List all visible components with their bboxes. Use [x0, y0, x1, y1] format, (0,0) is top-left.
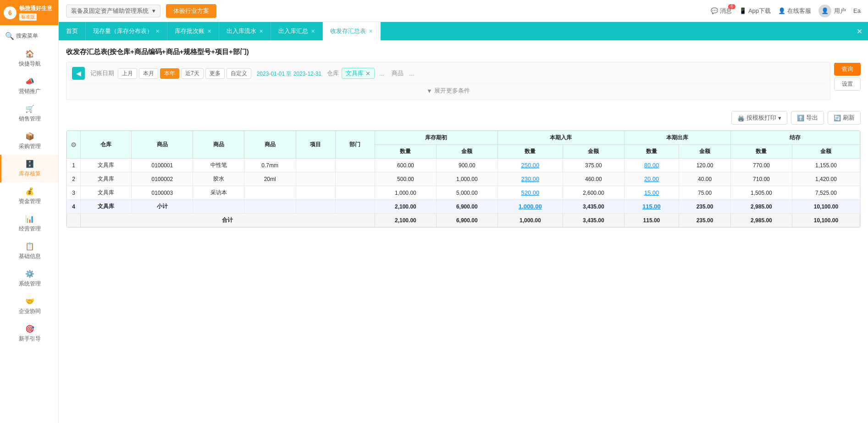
expand-more-button[interactable]: ▼ 展开更多条件: [426, 87, 470, 95]
tab-inout-flow-close[interactable]: ✕: [259, 28, 263, 34]
row3-in-qty-link[interactable]: 520.00: [521, 189, 539, 196]
settings-button[interactable]: 设置: [834, 77, 861, 91]
column-settings-icon[interactable]: ⚙: [71, 141, 77, 148]
tab-batch[interactable]: 库存批次账 ✕: [167, 22, 219, 40]
th-warehouse: 仓库: [81, 131, 132, 159]
logo-text: 畅捷通好生意 标准版: [19, 5, 52, 21]
row2-out-qty-link[interactable]: 20.00: [644, 176, 659, 182]
data-table-container: ⚙ 仓库 商品 商品 商品 项目 部门 库存期初 本期入库 本期出库 结存: [66, 130, 861, 228]
gear-header: ⚙: [67, 131, 81, 159]
print-label: 按模板打印: [746, 114, 776, 122]
filter-bar: ◀ 记账日期 上月 本月 本年 近7天 更多 自定义 2023-01-01 至: [66, 62, 830, 100]
tab-receive-summary-close[interactable]: ✕: [369, 28, 373, 34]
sidebar-item-basic[interactable]: 📋 基础信息: [0, 237, 58, 265]
tab-batch-close[interactable]: ✕: [207, 28, 211, 34]
date-btn-this-month[interactable]: 本月: [139, 68, 158, 79]
export-button[interactable]: ⬆️ 导出: [791, 111, 824, 125]
date-btn-this-year[interactable]: 本年: [160, 68, 179, 79]
tab-stock-dist-close[interactable]: ✕: [155, 28, 160, 34]
refresh-button[interactable]: 🔄 刷新: [828, 111, 861, 125]
row1-code: 0100001: [132, 159, 193, 172]
footer-out-amt: 235.00: [679, 214, 731, 227]
row1-bal-amt: 1,155.00: [792, 159, 860, 172]
subtotal-in-amt: 3,435.00: [563, 200, 624, 214]
tab-receive-summary-label: 收发存汇总表: [330, 27, 366, 35]
row2-project: [296, 172, 335, 186]
sidebar-item-inventory[interactable]: 🗄️ 库存核算: [0, 155, 58, 182]
date-btn-7days[interactable]: 近7天: [181, 68, 204, 79]
tab-inout-summary[interactable]: 出入库汇总 ✕: [271, 22, 323, 40]
query-button[interactable]: 查询: [834, 63, 861, 76]
warehouse-label: 仓库: [327, 69, 339, 77]
row2-in-qty-link[interactable]: 230.00: [521, 176, 539, 182]
product-dots[interactable]: ...: [409, 70, 414, 77]
tab-inout-summary-close[interactable]: ✕: [311, 28, 315, 34]
sidebar-item-operations[interactable]: 📊 经营管理: [0, 210, 58, 237]
user-menu[interactable]: 👤 用户: [818, 5, 846, 17]
sidebar-item-sales[interactable]: 🛒 销售管理: [0, 100, 58, 127]
th-project: 项目: [296, 131, 335, 159]
home-icon: 🏠: [25, 49, 34, 58]
footer-bal-qty: 2,985.00: [730, 214, 792, 227]
date-btn-more[interactable]: 更多: [205, 68, 225, 79]
online-service-button[interactable]: 👤 在线客服: [778, 7, 811, 15]
subtotal-out-qty-link[interactable]: 115.00: [642, 203, 661, 210]
data-table: ⚙ 仓库 商品 商品 商品 项目 部门 库存期初 本期入库 本期出库 结存: [66, 131, 860, 227]
tab-home[interactable]: 首页: [59, 22, 86, 40]
date-btn-custom[interactable]: 自定义: [227, 68, 251, 79]
row1-out-qty: 80.00: [624, 159, 679, 172]
app-download-button[interactable]: 📱 App下载: [739, 7, 771, 15]
row1-spec: 0.7mm: [244, 159, 296, 172]
sidebar-item-purchase[interactable]: 📦 采购管理: [0, 127, 58, 155]
row1-in-qty-link[interactable]: 250.00: [521, 162, 539, 169]
subtotal-warehouse: 文具库: [81, 200, 132, 214]
message-icon: 💬: [711, 7, 718, 14]
row1-out-qty-link[interactable]: 80.00: [644, 162, 659, 169]
system-select[interactable]: 装备及固定资产辅助管理系统 ▾: [66, 5, 160, 17]
sidebar-item-guide[interactable]: 🎯 新手引导: [0, 320, 58, 347]
row3-open-qty: 1,000.00: [375, 186, 436, 200]
finance-icon: 💰: [25, 187, 34, 196]
row2-open-amt: 1,000.00: [436, 172, 498, 186]
row1-no: 1: [67, 159, 81, 172]
row2-bal-amt: 1,420.00: [792, 172, 860, 186]
sidebar-item-finance[interactable]: 💰 资金管理: [0, 182, 58, 210]
message-button[interactable]: 💬 消息 6: [711, 7, 732, 15]
sidebar-item-enterprise[interactable]: 🤝 企业协同: [0, 292, 58, 320]
sidebar-item-search[interactable]: 🔍 搜索菜单: [0, 27, 58, 45]
sidebar-tag: 标准版: [19, 13, 37, 21]
subtotal-label: 小计: [132, 200, 193, 214]
filter-collapse-button[interactable]: ◀: [72, 67, 85, 80]
sidebar-nav: 🔍 搜索菜单 🏠 快捷导航 📣 营销推广 🛒 销售管理 📦 采购管理 🗄️ 库存…: [0, 25, 58, 423]
warehouse-tag-close[interactable]: ✕: [365, 70, 370, 77]
sidebar-logo: 6 畅捷通好生意 标准版: [0, 0, 58, 25]
page-title: 收发存汇总表(按仓库+商品编码+商品+规格型号+项目+部门): [66, 48, 861, 56]
footer-label: 合计: [81, 214, 375, 227]
row1-dept: [335, 159, 375, 172]
product-filter-section: 商品 ...: [392, 69, 416, 77]
tab-stock-dist[interactable]: 现存量（库存分布表） ✕: [86, 22, 167, 40]
subtotal-in-qty-link[interactable]: 1,000.00: [519, 203, 542, 210]
date-btn-last-month[interactable]: 上月: [118, 68, 137, 79]
sidebar-item-marketing[interactable]: 📣 营销推广: [0, 72, 58, 100]
sidebar-item-system[interactable]: ⚙️ 系统管理: [0, 265, 58, 292]
print-icon: 🖨️: [737, 115, 745, 121]
tabbar-close-all[interactable]: ✕: [851, 22, 868, 40]
tab-inout-flow[interactable]: 出入库流水 ✕: [219, 22, 271, 40]
print-button[interactable]: 🖨️ 按模板打印 ▾: [731, 111, 787, 125]
system-name: 装备及固定资产辅助管理系统: [71, 7, 149, 15]
purchase-icon: 📦: [25, 132, 34, 141]
row3-out-qty-link[interactable]: 15.00: [644, 189, 659, 196]
th-spec: 商品: [244, 131, 296, 159]
row2-out-qty: 20.00: [624, 172, 679, 186]
subtotal-out-qty: 115.00: [624, 200, 679, 214]
footer-out-qty: 115.00: [624, 214, 679, 227]
th-bal-qty: 数量: [730, 145, 792, 159]
sidebar-item-quick-nav[interactable]: 🏠 快捷导航: [0, 45, 58, 72]
try-industry-button[interactable]: 体验行业方案: [166, 4, 216, 18]
tab-receive-summary[interactable]: 收发存汇总表 ✕: [323, 22, 381, 40]
warehouse-dots[interactable]: ...: [379, 70, 384, 77]
row2-no: 2: [67, 172, 81, 186]
row1-project: [296, 159, 335, 172]
sidebar-search-label: 搜索菜单: [16, 32, 38, 40]
